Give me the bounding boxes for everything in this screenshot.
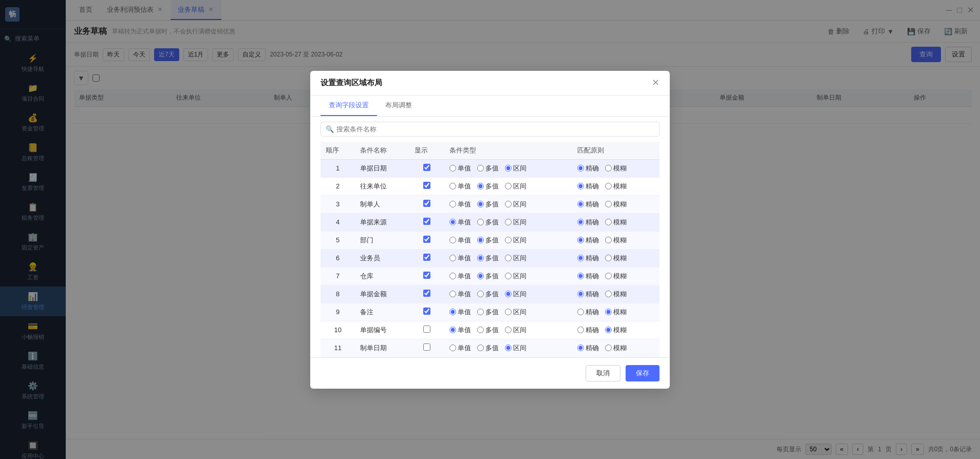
row-match[interactable]: 精确模糊: [572, 213, 659, 231]
row-show[interactable]: [409, 321, 444, 339]
show-checkbox[interactable]: [423, 218, 430, 225]
type-radio-item[interactable]: 单值: [449, 326, 471, 335]
row-match[interactable]: 精确模糊: [572, 321, 659, 339]
row-show[interactable]: [409, 177, 444, 195]
modal-tab-field-settings[interactable]: 查询字段设置: [321, 95, 377, 116]
type-radio-item[interactable]: 单值: [449, 290, 471, 299]
type-radio-item[interactable]: 单值: [449, 308, 471, 317]
match-radio-item[interactable]: 模糊: [605, 254, 627, 263]
type-radio-item[interactable]: 区间: [505, 218, 526, 227]
match-radio-item[interactable]: 精确: [577, 290, 599, 299]
row-match[interactable]: 精确模糊: [572, 195, 659, 213]
type-radio-item[interactable]: 多值: [477, 343, 499, 353]
type-radio-item[interactable]: 区间: [505, 236, 526, 245]
type-radio-item[interactable]: 区间: [505, 272, 526, 281]
row-show[interactable]: [409, 213, 444, 231]
match-radio-item[interactable]: 精确: [577, 254, 599, 263]
row-show[interactable]: [409, 339, 444, 357]
type-radio-item[interactable]: 单值: [449, 218, 471, 227]
type-radio-item[interactable]: 多值: [477, 290, 499, 299]
row-show[interactable]: [409, 231, 444, 249]
type-radio-item[interactable]: 区间: [505, 308, 526, 317]
row-type[interactable]: 单值多值区间: [444, 303, 572, 321]
match-radio-item[interactable]: 模糊: [605, 326, 627, 335]
match-radio-item[interactable]: 模糊: [605, 218, 627, 227]
row-match[interactable]: 精确模糊: [572, 339, 659, 357]
type-radio-item[interactable]: 区间: [505, 326, 526, 335]
row-type[interactable]: 单值多值区间: [444, 249, 572, 267]
row-match[interactable]: 精确模糊: [572, 159, 659, 177]
type-radio-item[interactable]: 单值: [449, 272, 471, 281]
type-radio-item[interactable]: 多值: [477, 200, 499, 209]
row-match[interactable]: 精确模糊: [572, 249, 659, 267]
type-radio-item[interactable]: 多值: [477, 182, 499, 191]
row-type[interactable]: 单值多值区间: [444, 195, 572, 213]
show-checkbox[interactable]: [423, 182, 430, 189]
type-radio-item[interactable]: 单值: [449, 343, 471, 353]
show-checkbox[interactable]: [423, 326, 430, 333]
match-radio-item[interactable]: 模糊: [605, 272, 627, 281]
row-match[interactable]: 精确模糊: [572, 231, 659, 249]
row-show[interactable]: [409, 285, 444, 303]
type-radio-item[interactable]: 单值: [449, 164, 471, 173]
save-modal-button[interactable]: 保存: [626, 365, 659, 381]
modal-close-btn[interactable]: ✕: [652, 78, 659, 87]
match-radio-item[interactable]: 精确: [577, 343, 599, 353]
match-radio-item[interactable]: 模糊: [605, 200, 627, 209]
row-match[interactable]: 精确模糊: [572, 177, 659, 195]
match-radio-item[interactable]: 精确: [577, 164, 599, 173]
row-type[interactable]: 单值多值区间: [444, 231, 572, 249]
row-show[interactable]: [409, 159, 444, 177]
match-radio-item[interactable]: 精确: [577, 218, 599, 227]
row-type[interactable]: 单值多值区间: [444, 267, 572, 285]
row-match[interactable]: 精确模糊: [572, 285, 659, 303]
type-radio-item[interactable]: 单值: [449, 200, 471, 209]
modal-tab-layout-adjust[interactable]: 布局调整: [377, 95, 420, 116]
cancel-button[interactable]: 取消: [586, 365, 620, 381]
type-radio-item[interactable]: 多值: [477, 236, 499, 245]
match-radio-item[interactable]: 模糊: [605, 308, 627, 317]
type-radio-item[interactable]: 区间: [505, 200, 526, 209]
row-show[interactable]: [409, 249, 444, 267]
match-radio-item[interactable]: 模糊: [605, 236, 627, 245]
row-match[interactable]: 精确模糊: [572, 267, 659, 285]
match-radio-item[interactable]: 模糊: [605, 182, 627, 191]
modal-search-input[interactable]: [321, 122, 659, 137]
row-type[interactable]: 单值多值区间: [444, 339, 572, 357]
match-radio-item[interactable]: 精确: [577, 272, 599, 281]
row-show[interactable]: [409, 303, 444, 321]
type-radio-item[interactable]: 多值: [477, 164, 499, 173]
show-checkbox[interactable]: [423, 290, 430, 297]
type-radio-item[interactable]: 单值: [449, 182, 471, 191]
type-radio-item[interactable]: 单值: [449, 254, 471, 263]
show-checkbox[interactable]: [423, 254, 430, 261]
show-checkbox[interactable]: [423, 200, 430, 207]
show-checkbox[interactable]: [423, 308, 430, 315]
type-radio-item[interactable]: 多值: [477, 218, 499, 227]
row-show[interactable]: [409, 267, 444, 285]
show-checkbox[interactable]: [423, 164, 430, 171]
type-radio-item[interactable]: 多值: [477, 308, 499, 317]
type-radio-item[interactable]: 单值: [449, 236, 471, 245]
type-radio-item[interactable]: 区间: [505, 254, 526, 263]
type-radio-item[interactable]: 区间: [505, 182, 526, 191]
row-match[interactable]: 精确模糊: [572, 303, 659, 321]
type-radio-item[interactable]: 区间: [505, 290, 526, 299]
match-radio-item[interactable]: 精确: [577, 236, 599, 245]
show-checkbox[interactable]: [423, 272, 430, 279]
match-radio-item[interactable]: 精确: [577, 326, 599, 335]
row-show[interactable]: [409, 195, 444, 213]
match-radio-item[interactable]: 模糊: [605, 290, 627, 299]
row-type[interactable]: 单值多值区间: [444, 285, 572, 303]
match-radio-item[interactable]: 模糊: [605, 164, 627, 173]
match-radio-item[interactable]: 精确: [577, 182, 599, 191]
row-type[interactable]: 单值多值区间: [444, 159, 572, 177]
type-radio-item[interactable]: 区间: [505, 164, 526, 173]
show-checkbox[interactable]: [423, 343, 430, 351]
type-radio-item[interactable]: 区间: [505, 343, 526, 353]
type-radio-item[interactable]: 多值: [477, 254, 499, 263]
match-radio-item[interactable]: 精确: [577, 200, 599, 209]
match-radio-item[interactable]: 模糊: [605, 343, 627, 353]
show-checkbox[interactable]: [423, 236, 430, 243]
row-type[interactable]: 单值多值区间: [444, 213, 572, 231]
